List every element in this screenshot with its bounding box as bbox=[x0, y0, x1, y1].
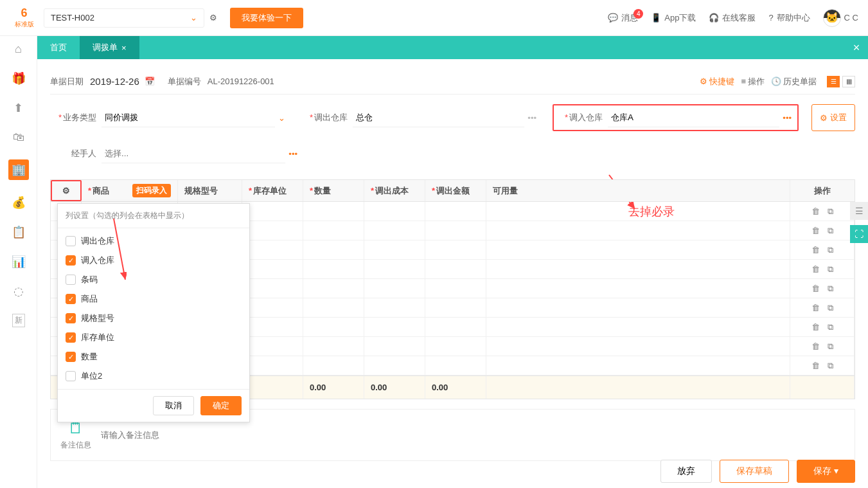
col-ops: 操作 bbox=[790, 180, 855, 201]
phone-icon: 📱 bbox=[651, 13, 661, 23]
date-value[interactable]: 2019-12-26 bbox=[90, 76, 139, 87]
biz-type-field: *业务类型 ⌄ bbox=[50, 104, 288, 131]
remark-input[interactable] bbox=[101, 430, 845, 440]
save-draft-button[interactable]: 保存草稿 bbox=[720, 460, 789, 483]
tabs-bar: 首页 调拨单 × × bbox=[37, 36, 868, 59]
out-warehouse-field: *调出仓库 ••• bbox=[301, 104, 540, 131]
discard-button[interactable]: 放弃 bbox=[660, 460, 712, 483]
try-button[interactable]: 我要体验一下 bbox=[230, 8, 303, 28]
chevron-down-icon[interactable]: ⌄ bbox=[275, 113, 288, 123]
service-button[interactable]: 🎧 在线客服 bbox=[709, 12, 756, 24]
delete-icon[interactable]: 🗑 bbox=[811, 361, 820, 370]
avatar: 🐱 bbox=[823, 9, 841, 27]
new-icon[interactable]: 新 bbox=[12, 314, 25, 327]
header-right: 💬 消息 4 📱 App下载 🎧 在线客服 ? 帮助中心 🐱 C C bbox=[608, 9, 858, 27]
report-icon[interactable]: 📊 bbox=[12, 255, 26, 269]
calendar-icon[interactable]: 📅 bbox=[145, 77, 155, 86]
view-grid-icon[interactable]: ▦ bbox=[842, 76, 855, 87]
copy-icon[interactable]: ⧉ bbox=[828, 264, 833, 275]
gear-icon-2: ⚙ bbox=[700, 77, 707, 86]
delete-icon[interactable]: 🗑 bbox=[811, 341, 820, 351]
gift-icon[interactable]: 🎁 bbox=[12, 71, 26, 86]
help-icon: ? bbox=[768, 13, 773, 23]
col-goods: *商品扫码录入 bbox=[82, 180, 178, 201]
column-option[interactable]: 条码 bbox=[58, 270, 249, 289]
history-button[interactable]: 🕓历史单据 bbox=[771, 76, 817, 87]
biz-type-input[interactable] bbox=[102, 108, 275, 127]
chevron-down-icon: ▾ bbox=[834, 465, 838, 476]
delete-icon[interactable]: 🗑 bbox=[811, 264, 820, 274]
copy-icon[interactable]: ⧉ bbox=[828, 226, 833, 236]
delete-icon[interactable]: 🗑 bbox=[811, 284, 820, 293]
handler-input[interactable] bbox=[102, 144, 285, 163]
help-button[interactable]: ? 帮助中心 bbox=[768, 12, 810, 24]
copy-icon[interactable]: ⧉ bbox=[828, 284, 833, 294]
bag-icon[interactable]: 🛍 bbox=[13, 131, 24, 144]
delete-icon[interactable]: 🗑 bbox=[811, 322, 820, 332]
purchase-icon[interactable]: ⬆ bbox=[13, 101, 23, 115]
column-option[interactable]: ✓库存单位 bbox=[58, 328, 249, 347]
store-selector[interactable]: TEST-H002 ⌄ bbox=[44, 8, 204, 28]
copy-icon[interactable]: ⧉ bbox=[828, 303, 833, 313]
tab-transfer[interactable]: 调拨单 × bbox=[80, 36, 139, 59]
user-menu[interactable]: 🐱 C C bbox=[823, 9, 858, 27]
column-option[interactable]: 调出仓库 bbox=[58, 231, 249, 251]
copy-icon[interactable]: ⧉ bbox=[828, 361, 833, 371]
tab-home[interactable]: 首页 bbox=[37, 36, 80, 59]
copy-icon[interactable]: ⧉ bbox=[828, 245, 833, 255]
save-button[interactable]: 保存 ▾ bbox=[797, 460, 855, 483]
tabs-close-all[interactable]: × bbox=[845, 36, 868, 59]
scan-button[interactable]: 扫码录入 bbox=[132, 184, 171, 197]
settings-icon[interactable]: ◌ bbox=[13, 284, 24, 298]
view-list-icon[interactable]: ☰ bbox=[827, 76, 840, 87]
notes-toggle-icon[interactable]: ☰ bbox=[850, 202, 868, 220]
shortcut-button[interactable]: ⚙快捷键 bbox=[700, 76, 734, 87]
main: 首页 调拨单 × × 单据日期 2019-12-26 📅 单据编号 AL-201… bbox=[37, 36, 868, 488]
side-float: ☰ ⛶ bbox=[850, 202, 868, 243]
popup-body[interactable]: 调出仓库✓调入仓库条码✓商品✓规格型号✓库存单位✓数量单位2 bbox=[58, 228, 249, 389]
clipboard-icon[interactable]: 📋 bbox=[12, 225, 26, 239]
column-option-label: 商品 bbox=[81, 293, 98, 305]
delete-icon[interactable]: 🗑 bbox=[811, 303, 820, 312]
download-button[interactable]: 📱 App下载 bbox=[651, 12, 696, 24]
column-option[interactable]: ✓数量 bbox=[58, 347, 249, 366]
out-warehouse-input[interactable] bbox=[353, 108, 524, 127]
delete-icon[interactable]: 🗑 bbox=[811, 206, 820, 216]
checkbox-icon: ✓ bbox=[66, 332, 76, 343]
money-icon[interactable]: 💰 bbox=[12, 195, 26, 210]
column-option[interactable]: 单位2 bbox=[58, 366, 249, 386]
copy-icon[interactable]: ⧉ bbox=[828, 322, 833, 332]
warehouse-icon[interactable]: 🏢 bbox=[8, 159, 29, 180]
content: 单据日期 2019-12-26 📅 单据编号 AL-20191226-001 ⚙… bbox=[37, 59, 868, 488]
operation-button[interactable]: ≡操作 bbox=[741, 76, 765, 87]
more-icon[interactable]: ••• bbox=[779, 113, 795, 123]
fullscreen-icon[interactable]: ⛶ bbox=[850, 225, 868, 243]
table-header: ⚙ *商品扫码录入 规格型号 *库存单位 *数量 *调出成本 *调出金额 可用量… bbox=[51, 180, 855, 202]
num-label: 单据编号 bbox=[168, 76, 201, 87]
checkbox-icon bbox=[66, 275, 76, 285]
gear-icon[interactable]: ⚙ bbox=[209, 13, 217, 23]
home-icon[interactable]: ⌂ bbox=[15, 42, 22, 56]
message-badge: 4 bbox=[633, 9, 643, 19]
copy-icon[interactable]: ⧉ bbox=[828, 206, 833, 217]
col-available: 可用量 bbox=[486, 180, 790, 201]
column-option[interactable]: ✓商品 bbox=[58, 289, 249, 309]
settings-button[interactable]: ⚙设置 bbox=[811, 104, 855, 131]
chevron-down-icon: ⌄ bbox=[190, 13, 197, 23]
more-icon[interactable]: ••• bbox=[524, 113, 540, 123]
delete-icon[interactable]: 🗑 bbox=[811, 226, 820, 235]
column-option-label: 调入仓库 bbox=[81, 255, 114, 266]
cancel-button[interactable]: 取消 bbox=[153, 396, 194, 415]
column-settings-button[interactable]: ⚙ bbox=[51, 180, 82, 201]
tab-close-icon[interactable]: × bbox=[121, 43, 127, 53]
in-warehouse-input[interactable] bbox=[608, 108, 779, 127]
column-option[interactable]: ✓调入仓库 bbox=[58, 251, 249, 270]
col-spec: 规格型号 bbox=[178, 180, 242, 201]
column-option-label: 库存单位 bbox=[81, 332, 114, 343]
ok-button[interactable]: 确定 bbox=[200, 396, 242, 415]
copy-icon[interactable]: ⧉ bbox=[828, 341, 833, 352]
column-option[interactable]: ✓规格型号 bbox=[58, 309, 249, 328]
messages-button[interactable]: 💬 消息 4 bbox=[608, 12, 638, 24]
more-icon[interactable]: ••• bbox=[285, 149, 301, 159]
delete-icon[interactable]: 🗑 bbox=[811, 245, 820, 255]
